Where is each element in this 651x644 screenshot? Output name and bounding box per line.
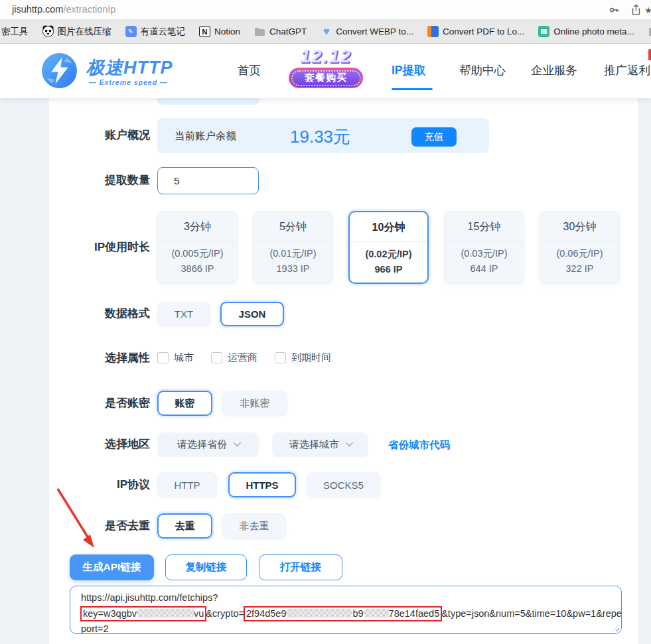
nav-help-center[interactable]: 帮助中心	[459, 62, 506, 78]
bookmark-item[interactable]: ♥Convert WEBP to...	[321, 26, 413, 37]
duration-title: 15分钟	[445, 220, 524, 234]
duration-count: 966 IP	[350, 264, 427, 275]
bookmark-item[interactable]: 图片在线压缩	[42, 26, 111, 38]
nav-enterprise[interactable]: 企业服务	[531, 62, 577, 78]
copy-link-button[interactable]: 复制链接	[165, 554, 247, 580]
recharge-button[interactable]: 充值	[411, 127, 457, 147]
duration-price: (0.01元/IP)	[253, 247, 332, 260]
bookmarks-bar: 密工具 图片在线压缩 ✎有道云笔记 NNotion ChatGPT ♥Conve…	[0, 20, 651, 44]
checkbox-city[interactable]: 城市	[157, 352, 194, 364]
checkbox-box[interactable]	[157, 352, 169, 363]
nav-ip-extract[interactable]: IP提取	[392, 62, 426, 78]
bookmark-item[interactable]: NNotion	[199, 26, 240, 37]
account-overview-label: 账户概况	[0, 128, 150, 143]
duration-price: (0.02元/IP)	[350, 248, 427, 261]
cutoff-field-remnant	[157, 98, 259, 105]
duration-price: (0.03元/IP)	[445, 247, 524, 260]
scrollbar-track[interactable]	[638, 98, 651, 644]
generate-api-link-button[interactable]: 生成API链接	[70, 554, 154, 580]
api-url-textarea[interactable]: https://api.jisuhttp.com/fetchips? key=w…	[70, 586, 622, 634]
redacted-key	[137, 609, 194, 617]
api-key-prefix: key=w3qgbv	[83, 608, 137, 619]
duration-title: 5分钟	[253, 220, 332, 234]
format-label: 数据格式	[0, 306, 150, 321]
attrs-label: 选择属性	[0, 351, 150, 365]
dedup-option-no[interactable]: 非去重	[222, 513, 286, 539]
page-url[interactable]: jisuhttp.com/extractionIp	[12, 4, 115, 15]
duration-option-10min-selected[interactable]: 10分钟 (0.02元/IP) 966 IP	[348, 211, 429, 284]
quantity-input[interactable]	[157, 167, 259, 194]
extension-icon-partial[interactable]: ★	[644, 5, 651, 15]
duration-price: (0.06元/IP)	[540, 247, 619, 260]
bookmark-label: ChatGPT	[269, 27, 307, 36]
promo-badge-1212[interactable]: 12.12 套餐购买	[287, 48, 365, 92]
duration-title: 30分钟	[540, 220, 619, 234]
site-header: 极速HTTP — Extreme speed — 首页 12.12 套餐购买 I…	[0, 44, 651, 98]
bookmark-label: Convert PDF to Lo...	[443, 27, 524, 36]
region-label: 选择地区	[0, 437, 150, 452]
protocol-option-https-selected[interactable]: HTTPS	[228, 472, 296, 497]
province-city-code-link[interactable]: 省份城市代码	[388, 438, 450, 452]
duration-count: 1933 IP	[253, 263, 332, 274]
account-panel: 当前账户余额 19.33元 充值	[157, 118, 489, 153]
webp-heart-icon: ♥	[321, 26, 332, 37]
nav-referral[interactable]: 推广返利	[604, 62, 650, 78]
checkbox-carrier[interactable]: 运营商	[211, 352, 257, 364]
key-icon[interactable]	[608, 4, 620, 16]
city-select[interactable]: 请选择城市	[272, 432, 368, 457]
nav-badge-partial	[648, 49, 651, 60]
checkbox-box[interactable]	[275, 352, 286, 363]
duration-option-30min[interactable]: 30分钟 (0.06元/IP) 322 IP	[540, 211, 620, 284]
youdao-pen-icon: ✎	[125, 26, 137, 37]
duration-option-3min[interactable]: 3分钟 (0.005元/IP) 3866 IP	[157, 211, 238, 284]
duration-option-5min[interactable]: 5分钟 (0.01元/IP) 1933 IP	[253, 211, 333, 284]
bookmark-item[interactable]: Relakkes	[648, 26, 651, 37]
bookmark-item[interactable]: ChatGPT	[254, 26, 307, 37]
checkbox-label: 城市	[174, 352, 194, 364]
format-option-json-selected[interactable]: JSON	[220, 302, 284, 326]
duration-option-15min[interactable]: 15分钟 (0.03元/IP) 644 IP	[444, 211, 524, 284]
address-bar[interactable]: jisuhttp.com/extractionIp ★	[0, 0, 651, 20]
province-select[interactable]: 请选择省份	[157, 432, 259, 457]
share-icon[interactable]	[630, 3, 642, 16]
bookmark-item[interactable]: 密工具	[1, 26, 29, 38]
duration-title: 10分钟	[350, 221, 427, 235]
city-placeholder: 请选择城市	[289, 438, 339, 451]
bookmark-item[interactable]: Convert PDF to Lo...	[427, 26, 524, 37]
checkbox-label: 到期时间	[291, 352, 331, 364]
protocol-option-socks5[interactable]: SOCKS5	[307, 472, 380, 497]
bookmark-label: Convert WEBP to...	[336, 27, 413, 36]
api-crypto-p2: b9	[352, 608, 363, 619]
open-link-button[interactable]: 打开链接	[259, 554, 342, 580]
promo-label: 套餐购买	[305, 72, 347, 84]
format-option-txt[interactable]: TXT	[157, 302, 210, 326]
chevron-down-icon	[234, 438, 241, 446]
auth-option-no-credentials[interactable]: 非账密	[222, 391, 287, 416]
resize-handle[interactable]	[613, 625, 619, 631]
api-url-line3: port=2	[81, 621, 611, 634]
notion-icon: N	[199, 26, 210, 37]
balance-value: 19.33元	[290, 125, 350, 149]
brand-name[interactable]: 极速HTTP	[86, 56, 173, 80]
bookmark-item[interactable]: Online photo meta...	[538, 26, 634, 37]
dedup-label: 是否去重	[0, 519, 150, 533]
browser-window: jisuhttp.com/extractionIp ★ 密工具 图片在线压缩 ✎…	[0, 0, 651, 644]
api-url-line1: https://api.jisuhttp.com/fetchips?	[81, 590, 611, 606]
protocol-option-http[interactable]: HTTP	[157, 472, 217, 497]
bookmark-label: 密工具	[1, 26, 29, 38]
api-key-suffix: vu	[194, 608, 204, 619]
duration-title: 3分钟	[158, 220, 237, 234]
panda-icon	[42, 26, 54, 37]
pdf-converter-icon	[427, 26, 439, 37]
auth-option-credentials-selected[interactable]: 账密	[157, 391, 212, 416]
api-url-line2: key=w3qgbvvu&crypto=2f94d5e9b978e14faed5…	[81, 606, 611, 622]
auth-label: 是否账密	[0, 396, 150, 411]
redacted-crypto-1	[286, 609, 352, 617]
dedup-option-yes-selected[interactable]: 去重	[157, 513, 212, 539]
jisuhttp-logo-icon[interactable]	[41, 52, 78, 89]
bookmark-item[interactable]: ✎有道云笔记	[125, 26, 186, 38]
nav-home[interactable]: 首页	[238, 62, 261, 78]
bookmark-label: 图片在线压缩	[58, 26, 111, 38]
checkbox-box[interactable]	[211, 352, 222, 363]
checkbox-expiry[interactable]: 到期时间	[275, 352, 331, 364]
